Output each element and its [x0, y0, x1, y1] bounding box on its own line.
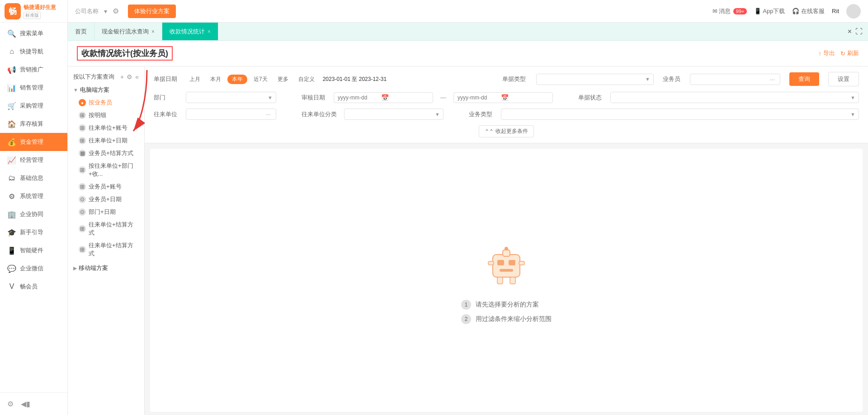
svg-rect-0: [493, 255, 520, 277]
query-button[interactable]: 查询: [789, 72, 819, 86]
topbar-breadcrumb: 公司名称: [75, 7, 99, 15]
sidebar-item-wechat[interactable]: 💬 企业微信: [0, 259, 67, 278]
scheme-item-6[interactable]: ⊞ 业务员+账号: [68, 180, 144, 193]
user-avatar[interactable]: [846, 4, 861, 19]
biz-type-select[interactable]: [501, 108, 859, 120]
date-tab-lastmonth[interactable]: 上月: [186, 75, 204, 84]
collapse-panel-icon[interactable]: «: [135, 73, 139, 80]
salesperson-input[interactable]: [695, 76, 767, 83]
scheme-item-10[interactable]: ⊞ 往来单位+结算方式: [68, 239, 144, 260]
scheme-item-9[interactable]: ⊞ 往来单位+结算方式: [68, 218, 144, 239]
sidebar-item-purchase[interactable]: 🛒 采购管理: [0, 97, 67, 115]
sidebar-item-vip[interactable]: V 畅会员: [0, 278, 67, 296]
sidebar-item-inventory[interactable]: 🏠 库存核算: [0, 115, 67, 133]
date-tab-custom[interactable]: 自定义: [295, 75, 318, 84]
dept-select[interactable]: [186, 92, 276, 103]
settings-footer-icon[interactable]: ⚙: [7, 400, 14, 408]
sidebar-item-hardware[interactable]: 📱 智能硬件: [0, 241, 67, 259]
sidebar-item-enterprise[interactable]: 🏢 企业协同: [0, 205, 67, 223]
mobile-group-label: 移动端方案: [79, 264, 108, 272]
add-scheme-icon[interactable]: +: [120, 73, 124, 80]
scheme-item-0[interactable]: ● 按业务员: [68, 96, 144, 109]
sidebar-item-marketing[interactable]: 📢 营销推广: [0, 61, 67, 79]
step-2-text: 用过滤条件来缩小分析范围: [476, 315, 552, 323]
review-date-start-input[interactable]: [338, 94, 378, 101]
app-download[interactable]: 📱 App下载: [754, 7, 785, 15]
vip-icon: V: [7, 282, 16, 291]
sidebar-item-vip-label: 畅会员: [20, 283, 38, 291]
tab-receipt-label: 收款情况统计: [170, 28, 205, 36]
step-1-text: 请先选择要分析的方案: [476, 301, 539, 309]
sidebar-item-basic[interactable]: 🗂 基础信息: [0, 169, 67, 187]
scheme-item-4[interactable]: ▦ 业务员+结算方式: [68, 147, 144, 160]
calendar-end-icon[interactable]: 📅: [501, 94, 509, 101]
operations-icon: 📈: [7, 156, 16, 165]
scheme-item-5[interactable]: ⊞ 按往来单位+部门+收...: [68, 160, 144, 180]
filter-area: 单据日期 上月 本月 本年 近7天 更多 自定义 2023-01-01 至 20…: [145, 66, 868, 143]
sidebar-item-search[interactable]: 🔍 搜索菜单: [0, 24, 67, 42]
date-tab-7days[interactable]: 近7天: [250, 75, 271, 84]
topbar-gear-icon[interactable]: ⚙: [113, 7, 119, 15]
sidebar-item-quicknav-label: 快捷导航: [20, 47, 43, 56]
scheme-item-icon-2: ⊞: [79, 124, 86, 132]
biz-type-select-wrap: ▼: [501, 108, 859, 120]
phone-icon: 📱: [754, 8, 761, 14]
partner-cat-select[interactable]: [344, 108, 443, 120]
sidebar-item-finance[interactable]: 💰 资金管理: [0, 133, 67, 151]
review-date-end-input[interactable]: [458, 94, 498, 101]
settings-scheme-icon[interactable]: ⚙: [127, 73, 132, 80]
doc-type-select[interactable]: [536, 74, 654, 85]
dept-label: 部门: [154, 94, 179, 102]
sidebar-item-operations-label: 经营管理: [20, 156, 43, 164]
tab-bank[interactable]: 现金银行流水查询 ×: [94, 23, 162, 40]
sidebar-item-quicknav[interactable]: ⌂ 快捷导航: [0, 42, 67, 61]
purchase-icon: 🛒: [7, 101, 16, 110]
scheme-item-8[interactable]: ⊙ 部门+日期: [68, 206, 144, 218]
scheme-item-label-4: 业务员+结算方式: [89, 149, 133, 157]
svg-rect-9: [510, 277, 515, 284]
date-tab-thismonth[interactable]: 本月: [207, 75, 225, 84]
system-icon: ⚙: [7, 192, 16, 201]
export-button[interactable]: ↑ 导出: [819, 49, 835, 57]
desktop-scheme-group: ▼ 电脑端方案 ● 按业务员 ⊞ 按明细 ⊞ 往来单位+账号 ⊞: [68, 84, 144, 260]
sidebar-item-system[interactable]: ⚙ 系统管理: [0, 187, 67, 205]
doc-type-select-wrap: ▼: [536, 74, 654, 85]
scheme-item-3[interactable]: ⊞ 往来单位+日期: [68, 134, 144, 147]
message-area[interactable]: ✉ 消息 99+: [712, 7, 747, 15]
svg-rect-4: [503, 250, 510, 256]
user-name: Rit: [832, 8, 839, 14]
online-service[interactable]: 🎧 在线客服: [792, 7, 825, 15]
date-tab-more[interactable]: 更多: [274, 75, 292, 84]
partner-more-icon[interactable]: ···: [266, 111, 271, 118]
settings-button[interactable]: 设置: [828, 72, 859, 86]
tab-close-all-button[interactable]: ×: [848, 28, 852, 36]
empty-state: 1 请先选择要分析的方案 2 用过滤条件来缩小分析范围: [150, 149, 863, 412]
mobile-group-title[interactable]: ▶ 移动端方案: [68, 262, 144, 274]
tab-maximize-button[interactable]: ⛶: [855, 28, 863, 36]
scheme-item-label-6: 业务员+账号: [89, 183, 122, 191]
tab-receipt[interactable]: 收款情况统计 ×: [162, 23, 218, 40]
partner-input[interactable]: [191, 111, 263, 118]
sidebar-item-operations[interactable]: 📈 经营管理: [0, 151, 67, 169]
sidebar-item-enterprise-label: 企业协同: [20, 210, 43, 218]
date-tab-thisyear[interactable]: 本年: [227, 75, 247, 84]
scheme-item-label-0: 按业务员: [89, 99, 112, 107]
tab-home[interactable]: 首页: [68, 23, 94, 40]
refresh-button[interactable]: ↻ 刷新: [840, 49, 859, 57]
scheme-item-1[interactable]: ⊞ 按明细: [68, 109, 144, 122]
sidebar-item-sales[interactable]: 📊 销售管理: [0, 79, 67, 97]
calendar-start-icon[interactable]: 📅: [381, 94, 389, 101]
collapse-more-button[interactable]: ⌃⌃ 收起更多条件: [479, 125, 534, 137]
scheme-item-7[interactable]: ⊙ 业务员+日期: [68, 193, 144, 206]
tab-bank-close-icon[interactable]: ×: [151, 28, 155, 35]
doc-status-select[interactable]: [610, 92, 859, 103]
salesperson-more-icon[interactable]: ···: [770, 76, 775, 83]
trial-button[interactable]: 体验行业方案: [128, 5, 176, 18]
collapse-sidebar-icon[interactable]: ◀▮: [21, 400, 30, 408]
sidebar-item-guide[interactable]: 🎓 新手引导: [0, 223, 67, 241]
tab-receipt-close-icon[interactable]: ×: [208, 28, 211, 35]
topbar-dropdown-icon[interactable]: ▾: [104, 8, 107, 15]
desktop-group-title[interactable]: ▼ 电脑端方案: [68, 84, 144, 96]
sales-icon: 📊: [7, 83, 16, 92]
scheme-item-2[interactable]: ⊞ 往来单位+账号: [68, 122, 144, 134]
